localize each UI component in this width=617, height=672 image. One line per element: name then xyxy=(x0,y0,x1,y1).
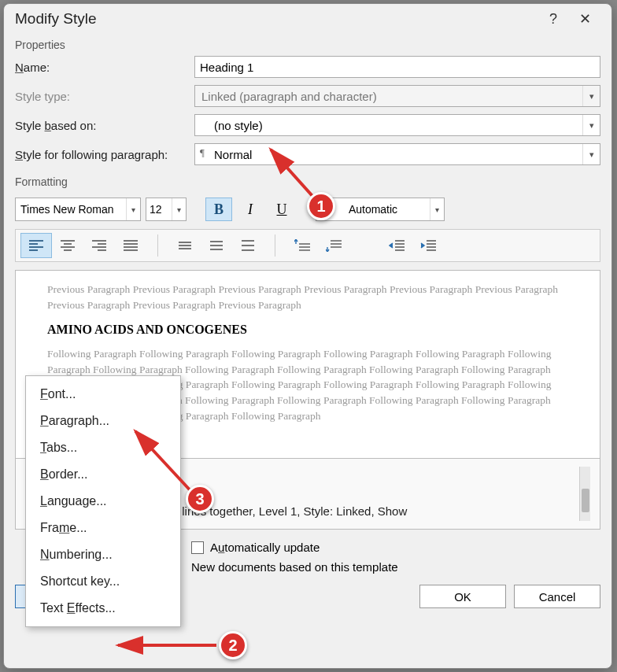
font-size-value: 12 xyxy=(146,203,172,216)
spacing-1-button[interactable] xyxy=(169,233,201,258)
formatting-header: Formatting xyxy=(15,175,600,188)
scrollbar-thumb[interactable] xyxy=(582,489,589,512)
font-size-combo[interactable]: 12 ▾ xyxy=(146,198,187,221)
spacing-1-5-button[interactable] xyxy=(201,233,232,258)
menu-tabs[interactable]: Tabs... xyxy=(26,434,180,461)
menu-paragraph[interactable]: Paragraph... xyxy=(26,408,180,434)
following-value: Normal xyxy=(195,148,582,161)
based-on-label: Style based on: xyxy=(15,119,194,132)
help-button[interactable]: ? xyxy=(538,11,569,28)
preview-previous-text: Previous Paragraph Previous Paragraph Pr… xyxy=(47,282,584,312)
underline-button[interactable]: U xyxy=(268,198,295,221)
bold-button[interactable]: B xyxy=(205,198,232,221)
italic-button[interactable]: I xyxy=(237,198,264,221)
preview-sample-text: AMINO ACIDS AND ONCOGENES xyxy=(47,320,584,338)
paragraph-toolbar xyxy=(15,229,600,262)
auto-update-label: Automatically update xyxy=(210,541,320,554)
menu-border[interactable]: Border... xyxy=(26,461,180,488)
align-left-button[interactable] xyxy=(20,233,52,258)
style-type-value: Linked (paragraph and character) xyxy=(195,90,582,103)
chevron-down-icon[interactable]: ▾ xyxy=(126,198,140,220)
spacing-2-button[interactable] xyxy=(232,233,264,258)
dialog-title: Modify Style xyxy=(15,10,96,28)
close-button[interactable]: ✕ xyxy=(569,10,600,28)
indent-decrease-button[interactable] xyxy=(381,233,412,258)
font-name-value: Times New Roman xyxy=(16,203,126,216)
name-input[interactable] xyxy=(194,56,600,78)
menu-text-effects[interactable]: Text Effects... xyxy=(26,595,180,622)
menu-shortcut[interactable]: Shortcut key... xyxy=(26,568,180,595)
chevron-down-icon[interactable]: ▾ xyxy=(172,198,186,220)
align-justify-button[interactable] xyxy=(115,233,146,258)
based-on-value: (no style) xyxy=(195,119,582,132)
format-menu: Font... Paragraph... Tabs... Border... L… xyxy=(25,375,181,627)
callout-2: 2 xyxy=(219,631,247,659)
name-label: Name: xyxy=(15,61,194,74)
menu-frame[interactable]: Frame... xyxy=(26,515,180,541)
pilcrow-icon: ¶ xyxy=(200,146,205,159)
following-combo[interactable]: ¶ Normal ▾ xyxy=(194,143,600,165)
callout-3: 3 xyxy=(186,485,214,513)
space-before-inc-button[interactable] xyxy=(286,233,318,258)
cancel-button[interactable]: Cancel xyxy=(514,585,600,608)
scope-label: New documents based on this template xyxy=(191,560,600,574)
chevron-down-icon[interactable]: ▾ xyxy=(430,198,444,220)
style-type-label: Style type: xyxy=(15,90,194,103)
style-type-combo: Linked (paragraph and character) ▾ xyxy=(194,85,600,107)
indent-increase-button[interactable] xyxy=(412,233,444,258)
align-center-button[interactable] xyxy=(52,233,83,258)
chevron-down-icon[interactable]: ▾ xyxy=(582,115,600,135)
menu-font[interactable]: Font... xyxy=(26,381,180,408)
titlebar: Modify Style ? ✕ xyxy=(4,4,611,34)
chevron-down-icon: ▾ xyxy=(582,86,600,106)
based-on-combo[interactable]: (no style) ▾ xyxy=(194,114,600,136)
font-name-combo[interactable]: Times New Roman ▾ xyxy=(15,198,141,221)
description-scrollbar[interactable] xyxy=(579,467,590,521)
menu-language[interactable]: Language... xyxy=(26,488,180,515)
properties-header: Properties xyxy=(15,39,600,51)
space-before-dec-button[interactable] xyxy=(318,233,349,258)
align-right-button[interactable] xyxy=(83,233,115,258)
chevron-down-icon[interactable]: ▾ xyxy=(582,144,600,164)
ok-button[interactable]: OK xyxy=(419,585,506,608)
following-label: Style for following paragraph: xyxy=(15,148,194,161)
menu-numbering[interactable]: Numbering... xyxy=(26,541,180,568)
callout-1: 1 xyxy=(307,192,335,220)
font-color-combo[interactable]: Automatic ▾ xyxy=(316,198,445,221)
auto-update-checkbox[interactable] xyxy=(191,541,204,554)
